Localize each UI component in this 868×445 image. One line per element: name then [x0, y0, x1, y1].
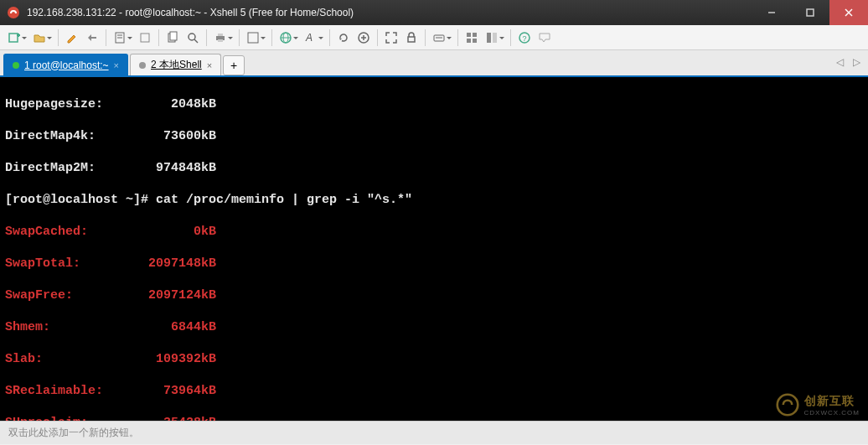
globe-button[interactable]	[276, 28, 295, 47]
disconnect-button[interactable]	[83, 28, 101, 47]
status-dot-icon	[13, 62, 19, 69]
meminfo-unit: kB	[201, 319, 216, 335]
separator	[106, 29, 106, 46]
meminfo-key: SReclaimable:	[5, 383, 126, 399]
tab-prev-button[interactable]: ◁	[833, 55, 846, 69]
new-session-button[interactable]	[5, 28, 23, 47]
separator	[510, 29, 511, 46]
print-button[interactable]	[211, 28, 230, 47]
separator	[329, 29, 330, 46]
refresh-button[interactable]	[334, 28, 353, 47]
meminfo-key: DirectMap4k:	[5, 128, 126, 144]
meminfo-value: 0	[126, 224, 201, 240]
maximize-button[interactable]	[791, 0, 829, 25]
copy-button[interactable]	[163, 28, 182, 47]
svg-rect-28	[467, 33, 471, 37]
svg-rect-11	[141, 34, 149, 42]
highlight-button[interactable]	[63, 28, 81, 47]
meminfo-key: Hugepagesize:	[5, 96, 126, 112]
open-button[interactable]	[30, 28, 49, 47]
meminfo-value: 974848	[126, 160, 201, 176]
tabbar: 1 root@localhost:~ × 2 本地Shell × + ◁ ▷	[0, 50, 868, 75]
layout-button[interactable]	[483, 28, 501, 47]
meminfo-value: 2097124	[126, 287, 201, 303]
minimize-button[interactable]	[752, 0, 791, 25]
svg-rect-5	[9, 34, 18, 42]
meminfo-value: 109392	[126, 351, 201, 367]
font-style-button[interactable]: A	[302, 28, 320, 47]
properties-button[interactable]	[111, 28, 129, 47]
meminfo-key: SwapFree:	[5, 287, 126, 303]
meminfo-value: 2097148	[126, 256, 201, 272]
tab-session-2[interactable]: 2 本地Shell ×	[130, 54, 221, 75]
tab-add-button[interactable]: +	[223, 55, 245, 75]
separator	[239, 29, 240, 46]
terminal[interactable]: Hugepagesize: 2048 kB DirectMap4k: 73600…	[0, 77, 868, 421]
log-button[interactable]	[136, 28, 154, 47]
lock-button[interactable]	[402, 28, 421, 47]
tab-session-1[interactable]: 1 root@localhost:~ ×	[3, 54, 128, 75]
statusbar[interactable]: 双击此处添加一个新的按钮。	[0, 421, 868, 444]
separator	[425, 29, 426, 46]
tab-nav: ◁ ▷	[833, 55, 863, 69]
fullscreen-button[interactable]	[382, 28, 400, 47]
svg-rect-19	[248, 33, 258, 43]
tab-label: 2 本地Shell	[151, 58, 202, 72]
separator	[377, 29, 378, 46]
terminal-frame: Hugepagesize: 2048 kB DirectMap4k: 73600…	[0, 75, 868, 421]
meminfo-unit: kB	[201, 96, 216, 112]
svg-rect-18	[218, 39, 223, 42]
svg-rect-33	[493, 33, 497, 43]
svg-line-15	[194, 39, 198, 43]
meminfo-unit: kB	[201, 160, 216, 176]
font-button[interactable]	[244, 28, 262, 47]
transfer-button[interactable]	[354, 28, 373, 47]
meminfo-value: 6844	[126, 319, 201, 335]
separator	[158, 29, 159, 46]
svg-point-14	[189, 34, 195, 40]
meminfo-value: 2048	[126, 96, 201, 112]
meminfo-key: SUnreclaim:	[5, 415, 126, 421]
meminfo-unit: kB	[201, 287, 216, 303]
window-title: 192.168.238.131:22 - root@localhost:~ - …	[27, 7, 752, 18]
meminfo-unit: kB	[201, 415, 216, 421]
svg-text:A: A	[305, 32, 313, 44]
meminfo-unit: kB	[201, 256, 216, 272]
help-button[interactable]: ?	[515, 28, 534, 47]
svg-rect-2	[807, 9, 814, 16]
toolbar: A ?	[0, 25, 868, 50]
meminfo-unit: kB	[201, 351, 216, 367]
tab-label: 1 root@localhost:~	[24, 60, 109, 71]
separator	[457, 29, 458, 46]
meminfo-unit: kB	[201, 383, 216, 399]
titlebar: 192.168.238.131:22 - root@localhost:~ - …	[0, 0, 868, 25]
meminfo-key: SwapTotal:	[5, 256, 126, 272]
status-text: 双击此处添加一个新的按钮。	[8, 426, 139, 440]
meminfo-key: DirectMap2M:	[5, 160, 126, 176]
svg-rect-29	[473, 33, 477, 37]
meminfo-value: 73964	[126, 383, 201, 399]
svg-rect-13	[170, 32, 177, 40]
tooltip-button[interactable]	[535, 28, 554, 47]
status-dot-icon	[139, 62, 146, 69]
keyboard-button[interactable]	[430, 28, 448, 47]
meminfo-value: 35428	[126, 415, 201, 421]
shell-prompt-line: [root@localhost ~]# cat /proc/meminfo | …	[5, 192, 412, 208]
meminfo-unit: kB	[201, 128, 216, 144]
svg-point-0	[8, 7, 19, 18]
tiles-button[interactable]	[462, 28, 481, 47]
meminfo-key: Slab:	[5, 351, 126, 367]
tab-next-button[interactable]: ▷	[850, 55, 863, 69]
close-button[interactable]	[829, 0, 868, 25]
separator	[271, 29, 272, 46]
meminfo-key: SwapCached:	[5, 224, 126, 240]
meminfo-value: 73600	[126, 128, 201, 144]
svg-rect-32	[487, 33, 491, 43]
svg-rect-17	[218, 34, 223, 36]
meminfo-key: Shmem:	[5, 319, 126, 335]
tab-close-icon[interactable]: ×	[114, 60, 119, 70]
tab-close-icon[interactable]: ×	[207, 60, 212, 70]
meminfo-unit: kB	[201, 224, 216, 240]
svg-rect-25	[408, 37, 415, 42]
search-button[interactable]	[183, 28, 202, 47]
